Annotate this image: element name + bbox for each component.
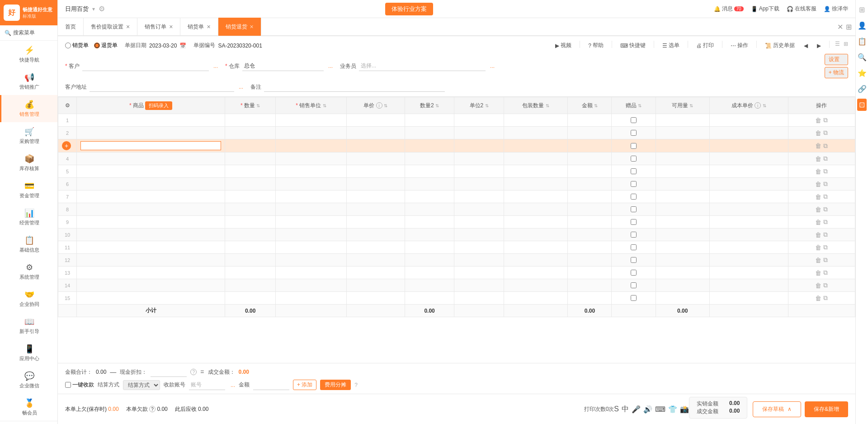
fee-question-icon[interactable]: ? xyxy=(354,382,358,388)
customer-input[interactable] xyxy=(82,61,209,71)
sidebar-item-wechat[interactable]: 💬 企业微信 xyxy=(0,367,57,394)
next-bill-btn[interactable]: ▶ xyxy=(814,41,824,50)
unit-price-cell[interactable] xyxy=(346,139,405,152)
tab-sales-bill-close[interactable]: × xyxy=(207,23,210,30)
sidebar-item-app-center[interactable]: 📱 应用中心 xyxy=(0,339,57,367)
unit2-cell[interactable] xyxy=(454,139,504,152)
gift-checkbox[interactable] xyxy=(631,282,637,288)
gift-checkbox[interactable] xyxy=(631,232,637,238)
sidebar-item-collab[interactable]: 🤝 企业协同 xyxy=(0,285,57,312)
delete-row-icon[interactable]: 🗑 xyxy=(815,269,821,276)
col-cost-price-sort[interactable]: ⇅ xyxy=(763,103,766,108)
add-payment-btn[interactable]: + 添加 xyxy=(293,380,316,390)
sidebar-item-member[interactable]: 🏅 畅会员 xyxy=(0,394,57,421)
radio-sales-bill[interactable]: 销货单 xyxy=(65,42,89,49)
amount-cell[interactable] xyxy=(568,139,612,152)
col-available-sort[interactable]: ⇅ xyxy=(689,103,693,108)
quantity-cell[interactable] xyxy=(225,114,276,127)
customer-dots-btn[interactable]: ... xyxy=(213,63,218,69)
copy-row-icon[interactable]: ⧉ xyxy=(823,269,828,276)
scan-input-btn[interactable]: 扫码录入 xyxy=(145,101,172,110)
product-cell[interactable] xyxy=(77,127,225,139)
right-panel-icon-6[interactable]: 🔗 xyxy=(856,83,868,95)
gift-checkbox[interactable] xyxy=(631,257,637,263)
print-btn[interactable]: 🖨 打印 xyxy=(693,41,717,50)
tab-sales-bill[interactable]: 销货单 × xyxy=(180,18,218,36)
quantity2-cell[interactable] xyxy=(405,114,454,127)
quantity2-cell[interactable] xyxy=(405,139,454,152)
gift-checkbox[interactable] xyxy=(631,219,637,225)
radio-sales-bill-input[interactable] xyxy=(65,43,71,48)
operate-btn[interactable]: ⋯ 操作 xyxy=(728,41,751,50)
debt-info-icon[interactable]: ? xyxy=(149,406,156,412)
copy-row-icon[interactable]: ⧉ xyxy=(823,180,828,188)
address-dots-btn[interactable]: ... xyxy=(239,84,243,90)
cost-price-cell[interactable] xyxy=(709,139,788,152)
right-panel-icon-7[interactable]: ⊡ xyxy=(857,99,867,111)
right-panel-icon-3[interactable]: 📋 xyxy=(856,35,868,48)
col-unit-price-sort[interactable]: ⇅ xyxy=(384,103,387,108)
delete-row-icon[interactable]: 🗑 xyxy=(815,282,821,289)
save-draft-btn[interactable]: 保存草稿 ∧ xyxy=(753,401,801,417)
fee-split-btn[interactable]: 费用分摊 xyxy=(320,380,351,390)
copy-row-icon[interactable]: ⧉ xyxy=(823,193,828,200)
product-cell[interactable] xyxy=(77,114,225,127)
logistics-btn[interactable]: + 物流 xyxy=(825,67,848,78)
delete-row-icon[interactable]: 🗑 xyxy=(815,219,821,226)
draft-dropdown-icon[interactable]: ∧ xyxy=(788,406,792,412)
col-quantity-sort[interactable]: ⇅ xyxy=(256,103,260,108)
tool-icon-5[interactable]: ⌨ xyxy=(655,405,665,414)
sidebar-item-newbie[interactable]: 📖 新手引导 xyxy=(0,312,57,339)
col-gift-sort[interactable]: ⇅ xyxy=(638,103,642,108)
pack-qty-cell[interactable] xyxy=(504,114,568,127)
staff-dots-btn[interactable]: ... xyxy=(490,63,495,69)
sidebar-item-sales[interactable]: 💰 销售管理 xyxy=(0,95,57,122)
one-click-payment-checkbox[interactable] xyxy=(65,382,71,388)
col-amount-sort[interactable]: ⇅ xyxy=(594,103,598,108)
sidebar-item-inventory[interactable]: 📦 库存核算 xyxy=(0,149,57,176)
tab-sales-order-close[interactable]: × xyxy=(169,23,173,30)
col-unit2-sort[interactable]: ⇅ xyxy=(485,103,489,108)
select-bill-btn[interactable]: ☰ 选单 xyxy=(660,41,682,50)
help-btn[interactable]: ? 帮助 xyxy=(585,41,606,50)
app-download-btn[interactable]: 📱 App下载 xyxy=(751,5,779,13)
sidebar-item-basic-info[interactable]: 📋 基础信息 xyxy=(0,231,57,258)
account-dots-btn[interactable]: ... xyxy=(231,382,235,388)
tab-price-settings[interactable]: 售价提取设置 × xyxy=(84,18,137,36)
quantity-cell[interactable] xyxy=(225,127,276,139)
sidebar-item-quick-nav[interactable]: ⚡ 快捷导航 xyxy=(0,41,57,68)
available-cell[interactable] xyxy=(656,127,709,139)
gift-checkbox[interactable] xyxy=(631,206,637,212)
copy-row-icon[interactable]: ⧉ xyxy=(823,142,828,150)
copy-row-icon[interactable]: ⧉ xyxy=(823,243,828,251)
pack-qty-cell[interactable] xyxy=(504,127,568,139)
copy-row-icon[interactable]: ⧉ xyxy=(823,256,828,264)
calendar-icon[interactable]: 📅 xyxy=(179,43,186,49)
messages-btn[interactable]: 🔔 消息 70 xyxy=(714,5,744,13)
amount-input[interactable] xyxy=(253,380,289,390)
available-cell[interactable] xyxy=(656,139,709,152)
delete-row-icon[interactable]: 🗑 xyxy=(815,117,821,124)
gift-checkbox[interactable] xyxy=(631,295,637,301)
copy-row-icon[interactable]: ⧉ xyxy=(823,116,828,124)
copy-row-icon[interactable]: ⧉ xyxy=(823,129,828,137)
copy-row-icon[interactable]: ⧉ xyxy=(823,155,828,162)
tool-icon-1[interactable]: S xyxy=(614,405,619,413)
tab-home[interactable]: 首页 xyxy=(58,18,84,36)
sidebar-item-purchase[interactable]: 🛒 采购管理 xyxy=(0,122,57,149)
unit-price-info-icon[interactable]: i xyxy=(376,102,382,109)
tool-icon-3[interactable]: 🎤 xyxy=(632,405,641,414)
tab-sales-return-close[interactable]: × xyxy=(250,23,254,30)
sidebar-item-marketing[interactable]: 📢 营销推广 xyxy=(0,68,57,95)
daily-goods-dropdown[interactable]: ▾ xyxy=(92,6,95,12)
discount-info-icon[interactable]: ? xyxy=(190,369,197,375)
unit-price-cell[interactable] xyxy=(346,127,405,139)
gift-checkbox[interactable] xyxy=(631,130,637,136)
right-panel-icon-1[interactable]: ⊞ xyxy=(857,4,867,16)
copy-row-icon[interactable]: ⧉ xyxy=(823,205,828,213)
tool-icon-6[interactable]: 👕 xyxy=(668,405,677,414)
delete-row-icon[interactable]: 🗑 xyxy=(815,155,821,162)
radio-return-bill[interactable]: 退货单 xyxy=(94,42,118,49)
copy-row-icon[interactable]: ⧉ xyxy=(823,231,828,238)
tab-price-settings-close[interactable]: × xyxy=(126,23,130,30)
